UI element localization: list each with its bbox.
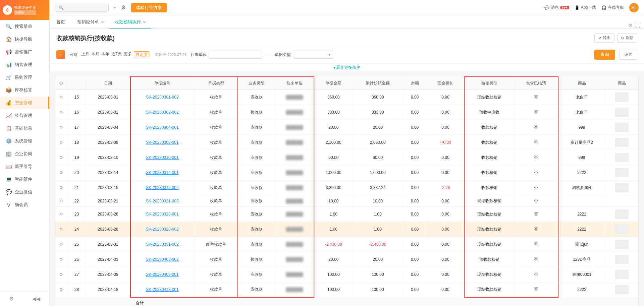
row-gear[interactable]: ⚙ — [55, 120, 67, 135]
row-gear[interactable]: ⚙ — [55, 180, 67, 195]
row-sn[interactable]: SK-20230328-001 — [130, 207, 194, 222]
sidebar-item-hardware[interactable]: 💻 智能硬件 — [0, 173, 49, 186]
sidebar-item-label: 智能硬件 — [15, 176, 32, 182]
table-row[interactable]: ⚙ 16 2023-03-02 SK-20230302-002 收款单 预收款 … — [55, 105, 638, 120]
sidebar-item-marketing[interactable]: 📢 营销推广 — [0, 46, 49, 58]
row-balance: 0.00 — [403, 120, 427, 135]
table-row[interactable]: ⚙ 26 2023-04-03 SK-20230403-002 收款单 预收款 … — [55, 252, 638, 267]
close-window-icon[interactable]: ✕ — [628, 22, 633, 28]
date-link-last-month[interactable]: 上月 — [81, 51, 89, 58]
row-gear[interactable]: ⚙ — [55, 267, 67, 282]
row-gear[interactable]: ⚙ — [55, 282, 67, 297]
filter-expand-btn[interactable]: » — [56, 50, 65, 59]
row-product1: 老白干 — [558, 105, 605, 120]
row-gear[interactable]: ⚙ — [55, 237, 67, 252]
sidebar-item-guide[interactable]: 📖 新手引导 — [0, 160, 49, 173]
online-support-action[interactable]: 🎧 在线客服 — [601, 5, 624, 10]
date-link-more[interactable]: 更多 — [124, 51, 132, 58]
sidebar-item-inventory[interactable]: 📦 库存核算 — [0, 84, 49, 97]
row-amount: 20.00 — [314, 252, 353, 267]
table-row[interactable]: ⚙ 25 2023-03-31 SK-20230331-002 红字收款单 应收… — [55, 237, 638, 252]
sidebar-item-enterprise[interactable]: 🏢 企业协同 — [0, 147, 49, 160]
row-sn[interactable]: SK-20230321-003 — [130, 195, 194, 207]
row-gear[interactable]: ⚙ — [55, 165, 67, 180]
sidebar-item-system[interactable]: ⚙️ 系统管理 — [0, 135, 49, 147]
table-area[interactable]: ⚙ 日期 单据编号 单据类型 业务类型 往来单位 单据金额 累计核销金额 余额 … — [50, 72, 644, 306]
row-gear[interactable]: ⚙ — [55, 150, 67, 165]
sidebar-item-operations[interactable]: 📈 经营管理 — [0, 109, 49, 122]
sidebar-item-member[interactable]: V 畅会员 — [0, 198, 49, 211]
table-row[interactable]: ⚙ 19 2023-03-10 SK-20230310-001 收款单 应收款 … — [55, 150, 638, 165]
row-billtype: 收款单 — [194, 105, 238, 120]
tab-presale-close[interactable]: ✕ — [101, 20, 104, 24]
solution-btn[interactable]: 体验行业方案 — [131, 3, 167, 12]
tab-presale-label: 预销应付单 — [77, 19, 99, 25]
query-btn[interactable]: 查询 — [594, 50, 615, 60]
settings-bottom-btn[interactable]: ⚙ — [6, 294, 16, 303]
table-row[interactable]: ⚙ 28 2023-04-18 SK-20230418-001 收款单 应收款 … — [55, 282, 638, 297]
tab-presale[interactable]: 预销应付单 ✕ — [72, 16, 109, 28]
row-gear[interactable]: ⚙ — [55, 222, 67, 237]
row-sn[interactable]: SK-20230301-002 — [130, 90, 194, 105]
table-row[interactable]: ⚙ 21 2023-03-15 SK-20230315-002 收款单 应收款 … — [55, 180, 638, 195]
user-avatar[interactable]: Rit — [629, 3, 639, 12]
expand-more-btn[interactable]: ▾ 展开更多条件 — [50, 63, 644, 72]
sidebar-item-finance[interactable]: 💰 资金管理 — [0, 97, 49, 109]
export-btn[interactable]: ↗ 导出 — [594, 34, 614, 43]
table-row[interactable]: ⚙ 17 2023-03-04 SK-20230304-001 收款单 应收款 … — [55, 120, 638, 135]
refresh-btn[interactable]: ↻ 刷新 — [617, 34, 637, 43]
row-sn[interactable]: SK-20230331-002 — [130, 237, 194, 252]
sidebar-item-wechat[interactable]: 💬 企业微信 — [0, 186, 49, 198]
row-sn[interactable]: SK-20230308-001 — [130, 135, 194, 150]
table-row[interactable]: ⚙ 20 2023-03-14 SK-20230314-001 收款单 应收款 … — [55, 165, 638, 180]
row-gear[interactable]: ⚙ — [55, 195, 67, 207]
topbar-gear-icon[interactable]: ⚙ — [121, 4, 126, 11]
table-row[interactable]: ⚙ 18 2023-03-08 SK-20230308-001 收款单 应收款 … — [55, 135, 638, 150]
topbar-search-box[interactable]: 🔍 — [55, 4, 109, 12]
row-sn[interactable]: SK-20230328-002 — [130, 222, 194, 237]
row-sn[interactable]: SK-20230418-001 — [130, 282, 194, 297]
row-biztype: 应收款 — [238, 207, 275, 222]
tab-receipt-close[interactable]: ✕ — [143, 20, 146, 24]
row-sn[interactable]: SK-20230310-001 — [130, 150, 194, 165]
row-sn[interactable]: SK-20230314-001 — [130, 165, 194, 180]
row-sn[interactable]: SK-20230403-002 — [130, 252, 194, 267]
message-action[interactable]: 💬 消息 99+ — [544, 5, 569, 10]
sidebar-item-sales[interactable]: 📊 销售管理 — [0, 58, 49, 71]
row-gear[interactable]: ⚙ — [55, 135, 67, 150]
date-link-this-month[interactable]: 本月 — [91, 51, 99, 58]
row-gear[interactable]: ⚙ — [55, 90, 67, 105]
partner-input[interactable] — [209, 51, 262, 59]
sidebar-item-basic[interactable]: 📋 基础信息 — [0, 122, 49, 135]
date-link-this-year[interactable]: 本年 — [101, 51, 109, 58]
topbar-dropdown-chevron[interactable]: ▾ — [114, 6, 116, 9]
row-sn[interactable]: SK-20230304-001 — [130, 120, 194, 135]
filter-setting-btn[interactable]: 设置 — [619, 50, 637, 60]
row-partner: ██████ — [275, 252, 314, 267]
table-row[interactable]: ⚙ 23 2023-03-28 SK-20230328-001 收款单 应收款 … — [55, 207, 638, 222]
row-gear[interactable]: ⚙ — [55, 252, 67, 267]
row-product1: 衣服00001 — [558, 267, 605, 282]
row-sn[interactable]: SK-20230302-002 — [130, 105, 194, 120]
app-download-action[interactable]: 📱 App下载 — [575, 5, 596, 10]
sidebar-item-purchase[interactable]: 🛒 采购管理 — [0, 71, 49, 84]
row-gear[interactable]: ⚙ — [55, 105, 67, 120]
table-row[interactable]: ⚙ 27 2023-04-08 SK-20230408-001 收款单 应收款 … — [55, 267, 638, 282]
collapse-sidebar-btn[interactable]: ◀◀ — [30, 294, 43, 303]
table-row[interactable]: ⚙ 15 2023-03-01 SK-20230301-002 收款单 应收款 … — [55, 90, 638, 105]
date-link-7days[interactable]: 近7天 — [111, 51, 122, 58]
sidebar-item-search[interactable]: 🔍 搜索菜单 — [0, 20, 49, 33]
table-row[interactable]: ⚙ 24 2023-03-28 SK-20230328-002 收款单 应收款 … — [55, 222, 638, 237]
row-sn[interactable]: SK-20230315-002 — [130, 180, 194, 195]
maximize-icon[interactable]: ⛶ — [635, 22, 641, 28]
sidebar-item-label: 系统管理 — [15, 138, 32, 144]
tab-home[interactable]: 首页 — [50, 16, 72, 28]
bill-type-select[interactable] — [293, 51, 333, 59]
row-gear[interactable]: ⚙ — [55, 207, 67, 222]
date-custom-btn[interactable]: 自定义 — [134, 51, 149, 58]
tab-receipt[interactable]: 收款核销执行 ✕ — [109, 16, 151, 28]
row-sn[interactable]: SK-20230408-001 — [130, 267, 194, 282]
th-gear[interactable]: ⚙ — [55, 77, 67, 90]
table-row[interactable]: ⚙ 22 2023-03-21 SK-20230321-003 收款单 应收款 … — [55, 195, 638, 207]
sidebar-item-shortcut[interactable]: 🏠 快捷导航 — [0, 33, 49, 46]
